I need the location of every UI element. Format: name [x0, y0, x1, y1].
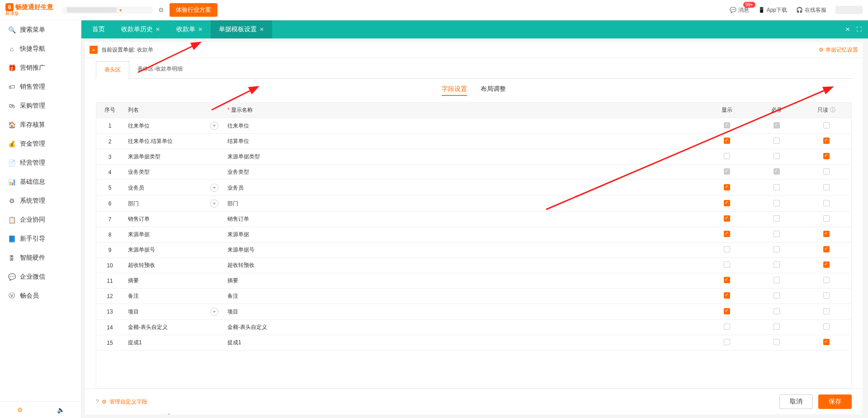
- checkbox[interactable]: [774, 231, 780, 237]
- messages-link[interactable]: 💬 消息 99+: [730, 6, 749, 14]
- memory-settings-link[interactable]: ⚙ 单据记忆设置: [819, 46, 858, 54]
- sidebar-sound-icon[interactable]: 🔈: [41, 402, 81, 418]
- checkbox[interactable]: [774, 292, 780, 299]
- checkbox[interactable]: [823, 168, 830, 175]
- cancel-button[interactable]: 取消: [779, 394, 813, 409]
- sidebar-item-9[interactable]: ⚙系统管理: [0, 191, 81, 210]
- checkbox[interactable]: [724, 200, 730, 206]
- sub-tab-0[interactable]: 字段设置: [442, 85, 467, 96]
- checkbox[interactable]: [724, 153, 730, 159]
- sidebar-item-0[interactable]: 🔍搜索菜单: [0, 20, 81, 39]
- checkbox[interactable]: [724, 308, 730, 314]
- checkbox[interactable]: [823, 231, 830, 237]
- tab-close-icon[interactable]: ✕: [156, 26, 160, 33]
- sidebar-item-3[interactable]: 🏷销售管理: [0, 77, 81, 96]
- checkbox[interactable]: [724, 231, 730, 237]
- cell-dispname[interactable]: 项目: [223, 304, 702, 320]
- add-icon[interactable]: +: [210, 200, 218, 208]
- cell-dispname[interactable]: 销售订单: [223, 212, 702, 227]
- checkbox[interactable]: [774, 246, 780, 252]
- cell-dispname[interactable]: 金额-表头自定义: [223, 320, 702, 335]
- checkbox[interactable]: [823, 261, 830, 268]
- section-tab-0[interactable]: 表头区: [96, 61, 129, 79]
- gear-icon[interactable]: ⚙: [153, 6, 170, 14]
- tab-close-all-icon[interactable]: ✕: [845, 26, 850, 33]
- checkbox[interactable]: [823, 215, 830, 222]
- sidebar-item-14[interactable]: ⓥ畅会员: [0, 286, 81, 305]
- checkbox[interactable]: [823, 138, 830, 144]
- sidebar-item-13[interactable]: 💬企业微信: [0, 267, 81, 286]
- sidebar-item-7[interactable]: 📄经营管理: [0, 153, 81, 172]
- fullscreen-icon[interactable]: ⛶: [856, 26, 862, 33]
- checkbox[interactable]: [823, 292, 830, 299]
- sidebar-item-12[interactable]: 🎛智能硬件: [0, 248, 81, 267]
- user-menu[interactable]: [835, 6, 863, 14]
- cell-dispname[interactable]: 往来单位: [223, 118, 702, 134]
- checkbox[interactable]: [823, 339, 830, 345]
- tab-0[interactable]: 首页: [84, 20, 113, 38]
- manage-custom-fields-link[interactable]: ? ⚙ 管理自定义字段: [96, 398, 147, 406]
- cell-dispname[interactable]: 业务员: [223, 180, 702, 196]
- sidebar-item-2[interactable]: 🎁营销推广: [0, 58, 81, 77]
- sidebar-item-11[interactable]: 📘新手引导: [0, 229, 81, 248]
- checkbox[interactable]: [724, 138, 730, 144]
- cell-dispname[interactable]: 超收转预收: [223, 258, 702, 273]
- checkbox[interactable]: [823, 184, 830, 190]
- checkbox[interactable]: [774, 323, 780, 330]
- sidebar-item-5[interactable]: 🏠库存核算: [0, 115, 81, 134]
- checkbox[interactable]: [823, 122, 830, 128]
- cell-dispname[interactable]: 结算单位: [223, 134, 702, 149]
- tab-3[interactable]: 单据模板设置✕: [211, 20, 272, 38]
- checkbox[interactable]: [724, 246, 730, 252]
- checkbox[interactable]: [724, 277, 730, 283]
- cell-dispname[interactable]: 来源单据号: [223, 242, 702, 258]
- save-button[interactable]: 保存: [818, 394, 852, 409]
- checkbox[interactable]: [774, 261, 780, 268]
- expand-icon[interactable]: »: [90, 46, 98, 54]
- support-link[interactable]: 🎧 在线客服: [796, 6, 826, 14]
- checkbox[interactable]: [724, 323, 730, 330]
- checkbox[interactable]: [774, 339, 780, 345]
- checkbox[interactable]: [823, 200, 830, 206]
- checkbox[interactable]: [774, 200, 780, 206]
- sidebar-item-10[interactable]: 📋企业协同: [0, 210, 81, 229]
- sidebar-settings-icon[interactable]: ⚙: [0, 402, 41, 418]
- checkbox[interactable]: [724, 339, 730, 345]
- cell-dispname[interactable]: 备注: [223, 289, 702, 304]
- checkbox[interactable]: [724, 184, 730, 190]
- checkbox[interactable]: [774, 277, 780, 283]
- checkbox[interactable]: [774, 138, 780, 144]
- cell-dispname[interactable]: 提成1: [223, 335, 702, 351]
- checkbox[interactable]: [823, 246, 830, 252]
- sidebar-item-1[interactable]: ⌂快捷导航: [0, 39, 81, 58]
- add-icon[interactable]: +: [210, 122, 218, 130]
- checkbox[interactable]: [724, 292, 730, 299]
- add-icon[interactable]: +: [210, 184, 218, 192]
- cell-dispname[interactable]: 部门: [223, 196, 702, 212]
- cell-dispname[interactable]: 来源单据类型: [223, 149, 702, 165]
- add-icon[interactable]: +: [210, 308, 218, 316]
- sidebar-item-8[interactable]: 📊基础信息: [0, 172, 81, 191]
- tab-2[interactable]: 收款单✕: [168, 20, 211, 38]
- cell-dispname[interactable]: 来源单据: [223, 227, 702, 242]
- tab-close-icon[interactable]: ✕: [198, 26, 203, 33]
- checkbox[interactable]: [823, 323, 830, 330]
- tab-close-icon[interactable]: ✕: [259, 26, 264, 33]
- checkbox[interactable]: [823, 308, 830, 314]
- sub-tab-1[interactable]: 布局调整: [481, 85, 506, 96]
- app-download-link[interactable]: 📱 App下载: [758, 6, 787, 14]
- cell-dispname[interactable]: 摘要: [223, 273, 702, 289]
- sidebar-item-6[interactable]: 💰资金管理: [0, 134, 81, 153]
- checkbox[interactable]: [774, 184, 780, 190]
- checkbox[interactable]: [823, 153, 830, 159]
- checkbox[interactable]: [724, 215, 730, 222]
- checkbox[interactable]: [724, 261, 730, 268]
- checkbox[interactable]: [823, 277, 830, 283]
- help-icon[interactable]: ⓘ: [830, 107, 835, 113]
- sidebar-item-4[interactable]: 🛍采购管理: [0, 96, 81, 115]
- experience-button[interactable]: 体验行业方案: [170, 3, 217, 17]
- tab-1[interactable]: 收款单历史✕: [113, 20, 168, 38]
- checkbox[interactable]: [774, 153, 780, 159]
- checkbox[interactable]: [774, 308, 780, 314]
- cell-dispname[interactable]: 业务类型: [223, 165, 702, 180]
